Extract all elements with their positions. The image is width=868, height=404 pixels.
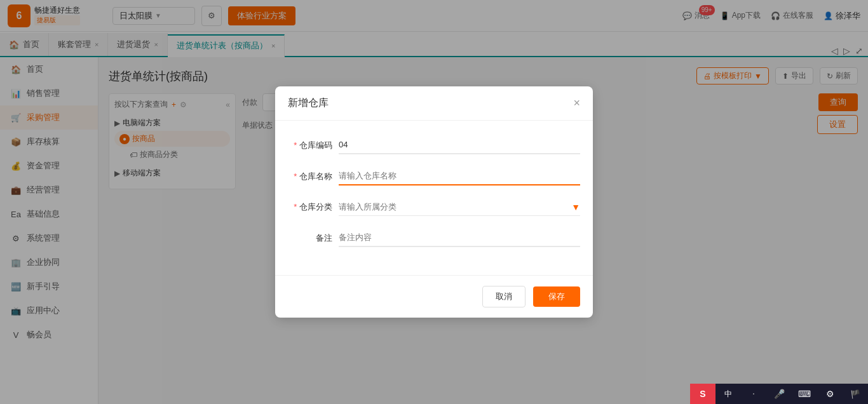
warehouse-code-input[interactable] [339, 136, 580, 154]
keyboard-icon: ⌨ [798, 389, 811, 399]
modal-body: 仓库编码 仓库名称 仓库分类 ▼ 备注 [275, 121, 593, 275]
modal-title: 新增仓库 [288, 97, 329, 110]
dot-btn[interactable]: · [741, 384, 766, 404]
warehouse-name-row: 仓库名称 [288, 167, 580, 185]
mic-btn[interactable]: 🎤 [766, 384, 792, 404]
warehouse-code-label: 仓库编码 [288, 140, 339, 151]
warehouse-name-label: 仓库名称 [288, 171, 339, 182]
warehouse-remark-input[interactable] [339, 229, 580, 247]
modal-close-btn[interactable]: × [573, 97, 580, 110]
bottom-icons-bar: S 中 · 🎤 ⌨ ⚙ 🏴 [690, 384, 868, 404]
warehouse-remark-row: 备注 [288, 229, 580, 247]
chevron-down-icon: ▼ [571, 202, 580, 212]
flag-btn[interactable]: 🏴 [843, 384, 868, 404]
save-button[interactable]: 保存 [533, 286, 580, 307]
dot-icon: · [752, 388, 755, 400]
modal-footer: 取消 保存 [275, 275, 593, 318]
mic-icon: 🎤 [774, 389, 785, 399]
kbd-btn[interactable]: ⌨ [792, 384, 817, 404]
warehouse-remark-label: 备注 [288, 232, 339, 244]
warehouse-category-label: 仓库分类 [288, 201, 339, 213]
warehouse-name-input[interactable] [339, 167, 580, 185]
warehouse-code-row: 仓库编码 [288, 136, 580, 154]
warehouse-category-row: 仓库分类 ▼ [288, 198, 580, 216]
zh-btn[interactable]: 中 [715, 384, 741, 404]
gear2-btn[interactable]: ⚙ [817, 384, 843, 404]
zh-label: 中 [724, 389, 732, 400]
gear2-icon: ⚙ [826, 389, 834, 399]
flag-icon: 🏴 [850, 389, 860, 399]
modal-overlay: 新增仓库 × 仓库编码 仓库名称 仓库分类 ▼ [0, 0, 868, 404]
warehouse-category-input[interactable] [339, 198, 571, 215]
new-warehouse-modal: 新增仓库 × 仓库编码 仓库名称 仓库分类 ▼ [275, 86, 593, 318]
s-logo-btn[interactable]: S [690, 384, 715, 404]
s-logo-icon: S [700, 389, 705, 399]
cancel-button[interactable]: 取消 [482, 286, 526, 307]
warehouse-category-select-wrap[interactable]: ▼ [339, 198, 580, 216]
modal-header: 新增仓库 × [275, 86, 593, 121]
